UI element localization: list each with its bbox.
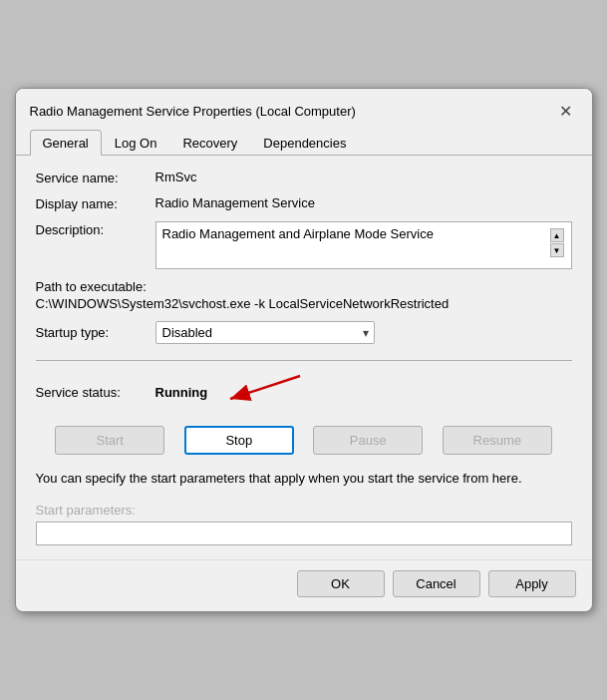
stop-button[interactable]: Stop xyxy=(184,426,294,455)
service-status-label: Service status: xyxy=(36,385,155,400)
cancel-button[interactable]: Cancel xyxy=(393,570,480,597)
tab-logon[interactable]: Log On xyxy=(102,130,170,156)
description-scrollbar[interactable]: ▲ ▼ xyxy=(549,226,565,257)
info-text: You can specify the start parameters tha… xyxy=(36,469,572,489)
startup-select-wrapper: Disabled Automatic Automatic (Delayed St… xyxy=(155,321,375,344)
apply-button[interactable]: Apply xyxy=(488,570,576,597)
path-section: Path to executable: C:\WINDOWS\System32\… xyxy=(36,279,572,311)
dialog-window: Radio Management Service Properties (Loc… xyxy=(15,88,593,612)
close-button[interactable]: ✕ xyxy=(554,99,578,123)
description-value: Radio Management and Airplane Mode Servi… xyxy=(162,226,549,241)
startup-select[interactable]: Disabled Automatic Automatic (Delayed St… xyxy=(155,321,375,344)
red-arrow-indicator xyxy=(215,371,305,414)
display-name-row: Display name: Radio Management Service xyxy=(36,195,572,211)
start-button[interactable]: Start xyxy=(55,426,164,455)
path-label: Path to executable: xyxy=(36,279,572,294)
display-name-value: Radio Management Service xyxy=(155,195,572,210)
scroll-down-arrow[interactable]: ▼ xyxy=(550,243,564,257)
title-bar: Radio Management Service Properties (Loc… xyxy=(16,89,592,123)
divider xyxy=(36,360,572,361)
description-row: Description: Radio Management and Airpla… xyxy=(36,221,572,269)
action-buttons-row: Start Stop Pause Resume xyxy=(36,426,572,455)
svg-line-1 xyxy=(230,376,300,399)
tab-recovery[interactable]: Recovery xyxy=(169,130,250,156)
display-name-label: Display name: xyxy=(36,195,155,211)
start-params-input[interactable] xyxy=(36,522,572,545)
service-status-value: Running xyxy=(155,385,208,400)
start-params-label: Start parameters: xyxy=(36,503,572,518)
startup-label: Startup type: xyxy=(36,325,155,340)
service-name-label: Service name: xyxy=(36,170,155,185)
dialog-footer: OK Cancel Apply xyxy=(16,559,592,611)
scroll-up-arrow[interactable]: ▲ xyxy=(550,228,564,242)
description-label: Description: xyxy=(36,221,155,237)
service-status-row: Service status: Running xyxy=(36,371,572,414)
path-value: C:\WINDOWS\System32\svchost.exe -k Local… xyxy=(36,296,572,311)
dialog-title: Radio Management Service Properties (Loc… xyxy=(30,104,356,119)
pause-button[interactable]: Pause xyxy=(313,426,423,455)
description-box: Radio Management and Airplane Mode Servi… xyxy=(155,221,572,269)
tabs-container: General Log On Recovery Dependencies xyxy=(16,123,592,156)
tab-content: Service name: RmSvc Display name: Radio … xyxy=(16,156,592,559)
ok-button[interactable]: OK xyxy=(297,570,385,597)
service-name-row: Service name: RmSvc xyxy=(36,170,572,185)
tab-dependencies[interactable]: Dependencies xyxy=(250,130,359,156)
resume-button[interactable]: Resume xyxy=(443,426,552,455)
startup-row: Startup type: Disabled Automatic Automat… xyxy=(36,321,572,356)
tab-general[interactable]: General xyxy=(30,130,102,156)
service-name-value: RmSvc xyxy=(155,170,572,184)
start-params-section: Start parameters: xyxy=(36,503,572,545)
